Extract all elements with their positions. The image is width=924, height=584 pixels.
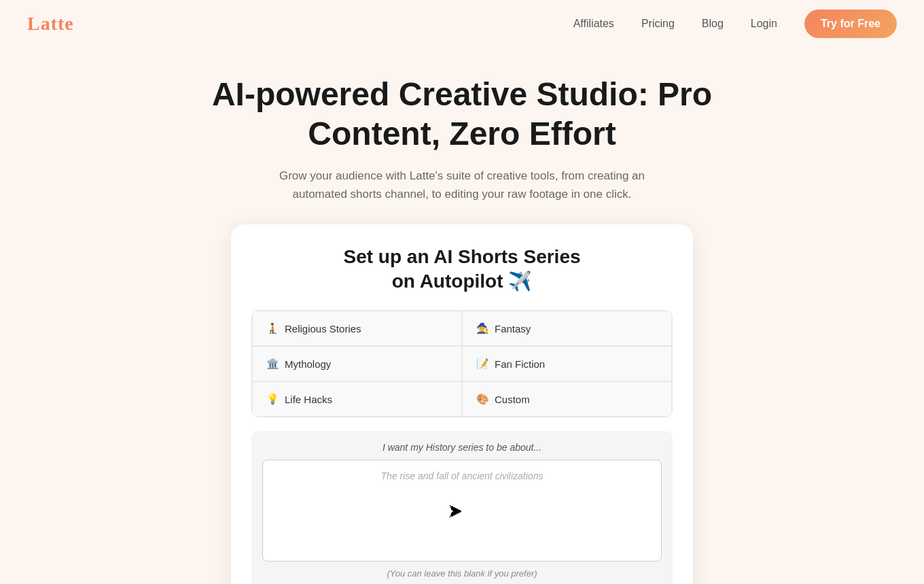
input-note: (You can leave this blank if you prefer) (262, 568, 662, 579)
nav-affiliates[interactable]: Affiliates (573, 18, 614, 30)
demo-title-line2: on Autopilot ✈️ (392, 271, 533, 292)
category-lifehacks[interactable]: 💡 Life Hacks (252, 381, 462, 417)
fantasy-icon: 🧙 (476, 322, 489, 334)
category-religious[interactable]: 🧎 Religious Stories (252, 311, 462, 346)
navbar: Latte Affiliates Pricing Blog Login Try … (0, 0, 924, 48)
category-fantasy[interactable]: 🧙 Fantasy (462, 311, 672, 346)
input-section: I want my History series to be about... … (251, 431, 673, 584)
custom-icon: 🎨 (476, 393, 489, 405)
nav-login[interactable]: Login (751, 18, 777, 30)
category-custom[interactable]: 🎨 Custom (462, 381, 672, 417)
nav-links: Affiliates Pricing Blog Login Try for Fr… (573, 10, 897, 38)
category-fantasy-label: Fantasy (495, 323, 531, 334)
input-label: I want my History series to be about... (262, 442, 662, 453)
category-fanfiction[interactable]: 📝 Fan Fiction (462, 346, 672, 381)
hero-title: AI-powered Creative Studio: Pro Content,… (156, 75, 768, 153)
demo-card: Set up an AI Shorts Series on Autopilot … (231, 224, 693, 584)
logo[interactable]: Latte (27, 13, 74, 35)
nav-blog[interactable]: Blog (702, 18, 724, 30)
demo-card-title: Set up an AI Shorts Series on Autopilot … (251, 245, 673, 294)
try-for-free-button[interactable]: Try for Free (804, 10, 897, 38)
category-religious-label: Religious Stories (285, 323, 361, 334)
category-mythology-label: Mythology (285, 358, 331, 370)
lifehacks-icon: 💡 (266, 393, 279, 405)
text-input-wrapper[interactable]: The rise and fall of ancient civilizatio… (262, 460, 662, 562)
category-grid: 🧎 Religious Stories 🧙 Fantasy 🏛️ Mytholo… (251, 310, 673, 417)
category-fanfiction-label: Fan Fiction (495, 358, 545, 370)
mythology-icon: 🏛️ (266, 358, 279, 370)
cursor-icon: ⮞ (448, 504, 463, 521)
hero-subtitle: Grow your audience with Latte's suite of… (265, 167, 659, 203)
category-mythology[interactable]: 🏛️ Mythology (252, 346, 462, 381)
category-custom-label: Custom (495, 394, 530, 405)
demo-title-line1: Set up an AI Shorts Series (343, 246, 580, 267)
religious-icon: 🧎 (266, 322, 279, 334)
category-lifehacks-label: Life Hacks (285, 394, 332, 405)
fanfiction-icon: 📝 (476, 358, 489, 370)
text-input-placeholder: The rise and fall of ancient civilizatio… (381, 470, 544, 481)
nav-pricing[interactable]: Pricing (641, 18, 675, 30)
hero-section: AI-powered Creative Studio: Pro Content,… (0, 48, 924, 584)
